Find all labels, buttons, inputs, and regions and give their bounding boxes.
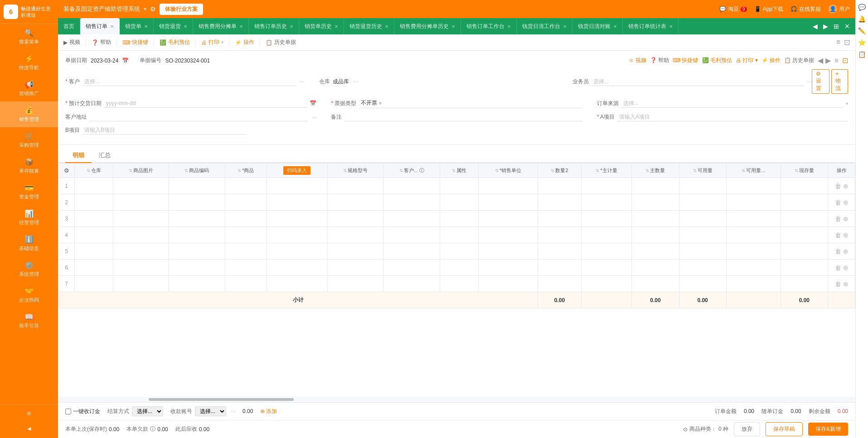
tab-sales-order[interactable]: 销售订单 ✕ <box>80 18 120 34</box>
expand-icon[interactable]: ⊡ <box>844 38 850 47</box>
sidebar-item-inventory[interactable]: 📦 库存核算 <box>0 153 58 179</box>
row-spec-cell[interactable] <box>327 178 383 194</box>
toolbar-help[interactable]: ❓ 帮助 <box>92 39 111 46</box>
system-dropdown-icon[interactable]: ▾ <box>144 6 146 12</box>
grid-icon[interactable]: ≡ <box>834 57 839 65</box>
tab-prev-btn[interactable]: ◀ <box>811 22 820 31</box>
tab-sales-fee-history[interactable]: 销售费用分摊单历史 ✕ <box>394 18 461 34</box>
tab-menu-btn[interactable]: ⊞ <box>832 22 841 31</box>
online-service-item[interactable]: 🎧 在线客服 <box>790 5 821 13</box>
tab-close-icon[interactable]: ✕ <box>144 24 148 29</box>
row-available2-cell[interactable] <box>726 276 781 292</box>
row-warehouse-cell[interactable] <box>75 211 113 227</box>
save-draft-button[interactable]: 保存草稿 <box>766 422 803 436</box>
th-product[interactable]: ⇅*商品 <box>225 164 267 178</box>
row-stock-cell[interactable] <box>781 243 828 260</box>
b-project-input[interactable] <box>82 126 247 135</box>
row-available-cell[interactable] <box>679 227 726 243</box>
sidebar-item-operations[interactable]: 📊 经营管理 <box>0 205 58 231</box>
layout-icon-2[interactable]: ◀ ▶ <box>818 56 830 65</box>
row-attribute-cell[interactable] <box>440 243 479 260</box>
row-available2-cell[interactable] <box>726 260 781 276</box>
staff-more-icon[interactable]: ··· <box>807 78 812 85</box>
sidebar-item-search[interactable]: 🔍 搜索菜单 <box>0 24 58 50</box>
row-spec-cell[interactable] <box>327 227 383 243</box>
add-product-btn[interactable]: + 物流 <box>831 69 848 94</box>
row-available2-cell[interactable] <box>726 227 781 243</box>
row-product-code-cell[interactable] <box>169 260 225 276</box>
row-product-code-cell[interactable] <box>169 276 225 292</box>
th-product-img[interactable]: ⇅商品图片 <box>113 164 169 178</box>
settings-btn[interactable]: ⚙ 设置 <box>812 69 829 94</box>
right-panel-edit[interactable]: ✏️ <box>857 25 868 36</box>
tab-close-all-btn[interactable]: ✕ <box>843 22 852 31</box>
row-main-qty-cell[interactable] <box>632 276 679 292</box>
row-sales-unit-cell[interactable] <box>479 276 538 292</box>
tab-sales-receipt-history[interactable]: 销货单历史 ✕ <box>299 18 344 34</box>
tab-close-icon[interactable]: ✕ <box>239 24 243 29</box>
layout-icon[interactable]: ≡ <box>836 38 840 47</box>
row-delete-icon[interactable]: 🗑 <box>835 264 841 271</box>
row-copy-icon[interactable]: ⊕ <box>843 199 849 206</box>
row-main-unit-cell[interactable] <box>581 276 632 292</box>
row-customer-ref-cell[interactable] <box>383 178 440 194</box>
row-attribute-cell[interactable] <box>440 260 479 276</box>
row-warehouse-cell[interactable] <box>75 227 113 243</box>
toolbar-profit-2[interactable]: 💹 毛利预估 <box>702 57 732 64</box>
order-source-input[interactable] <box>621 99 843 108</box>
row-copy-icon[interactable]: ⊕ <box>843 183 849 190</box>
tab-close-icon[interactable]: ✕ <box>669 24 673 29</box>
row-copy-icon[interactable]: ⊕ <box>843 264 849 271</box>
th-warehouse[interactable]: ⇅仓库 <box>75 164 113 178</box>
row-sales-unit-cell[interactable] <box>479 260 538 276</box>
row-warehouse-cell[interactable] <box>75 260 113 276</box>
row-product-img-cell[interactable] <box>113 194 169 211</box>
row-customer-ref-cell[interactable] <box>383 227 440 243</box>
tab-close-icon[interactable]: ✕ <box>290 24 293 29</box>
row-main-qty-cell[interactable] <box>632 178 679 194</box>
row-available2-cell[interactable] <box>726 194 781 211</box>
row-customer-ref-cell[interactable] <box>383 243 440 260</box>
expand-icon-2[interactable]: ⊡ <box>842 56 848 65</box>
th-stock[interactable]: ⇅现存量 <box>781 164 828 178</box>
th-gear[interactable]: ⚙ <box>58 164 75 178</box>
row-available2-cell[interactable] <box>726 178 781 194</box>
row-product-img-cell[interactable] <box>113 178 169 194</box>
right-panel-chat[interactable]: 💬 <box>857 2 868 13</box>
tab-sales-return[interactable]: 销货退货 ✕ <box>154 18 193 34</box>
sidebar-settings-btn[interactable]: ⚙ <box>0 408 58 419</box>
row-stock-cell[interactable] <box>781 211 828 227</box>
toolbar-help-icon[interactable]: ❓ 帮助 <box>650 57 669 64</box>
row-product-cell[interactable] <box>225 276 267 292</box>
right-panel-bell[interactable]: 🔔 <box>857 14 868 24</box>
tab-close-icon[interactable]: ✕ <box>335 24 338 29</box>
industry-btn[interactable]: 体验行业方案 <box>160 4 203 15</box>
sidebar-item-enterprise[interactable]: 🤝 企业协同 <box>0 282 58 308</box>
row-main-unit-cell[interactable] <box>581 194 632 211</box>
row-product-cell[interactable] <box>225 243 267 260</box>
row-product-img-cell[interactable] <box>113 211 169 227</box>
th-sales-unit[interactable]: ⇅*销售单位 <box>479 164 538 178</box>
row-main-unit-cell[interactable] <box>581 243 632 260</box>
customer-addr-input[interactable] <box>90 113 307 121</box>
row-sales-unit-cell[interactable] <box>479 194 538 211</box>
row-delete-icon[interactable]: 🗑 <box>835 248 841 255</box>
row-main-qty-cell[interactable] <box>632 260 679 276</box>
row-stock-cell[interactable] <box>781 194 828 211</box>
save-new-button[interactable]: 保存&新增 <box>808 423 848 436</box>
toolbar-print[interactable]: 🖨 打印 ▾ <box>201 39 223 46</box>
row-warehouse-cell[interactable] <box>75 243 113 260</box>
toolbar-operation[interactable]: ⚡ 操作 <box>235 39 254 46</box>
tab-close-icon[interactable]: ✕ <box>563 24 567 29</box>
toolbar-profit[interactable]: 💹 毛利预估 <box>160 39 190 46</box>
toolbar-history[interactable]: 📋 历史单据 <box>266 39 296 46</box>
th-qty2[interactable]: ⇅数量2 <box>538 164 582 178</box>
th-product-code[interactable]: ⇅商品编码 <box>169 164 225 178</box>
row-product-cell[interactable] <box>225 227 267 243</box>
row-product-img-cell[interactable] <box>113 260 169 276</box>
row-customer-ref-cell[interactable] <box>383 260 440 276</box>
row-attribute-cell[interactable] <box>440 227 479 243</box>
tab-detail[interactable]: 明细 <box>65 149 92 163</box>
row-sales-unit-cell[interactable] <box>479 243 538 260</box>
th-customer-ref[interactable]: ⇅客户... ⓘ <box>383 164 440 178</box>
